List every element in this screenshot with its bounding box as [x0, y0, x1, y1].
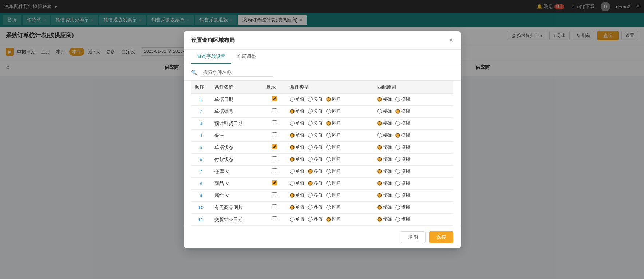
- dialog-title: 设置查询区域布局: [191, 37, 235, 44]
- dialog-tab-query-fields[interactable]: 查询字段设置: [191, 50, 231, 64]
- dialog-header: 设置查询区域布局 ×: [184, 31, 461, 50]
- dialog-tabs: 查询字段设置 布局调整: [184, 50, 461, 64]
- dialog-tab-layout[interactable]: 布局调整: [231, 50, 262, 64]
- modal-overlay: 设置查询区域布局 × 查询字段设置 布局调整 🔍 顺序 条件名称: [0, 0, 644, 76]
- dialog-close-button[interactable]: ×: [449, 36, 453, 44]
- dialog-search-input[interactable]: [200, 68, 273, 76]
- settings-dialog: 设置查询区域布局 × 查询字段设置 布局调整 🔍 顺序 条件名称: [184, 31, 461, 76]
- dialog-search-icon: 🔍: [191, 70, 197, 75]
- dialog-search-area: 🔍: [184, 64, 461, 76]
